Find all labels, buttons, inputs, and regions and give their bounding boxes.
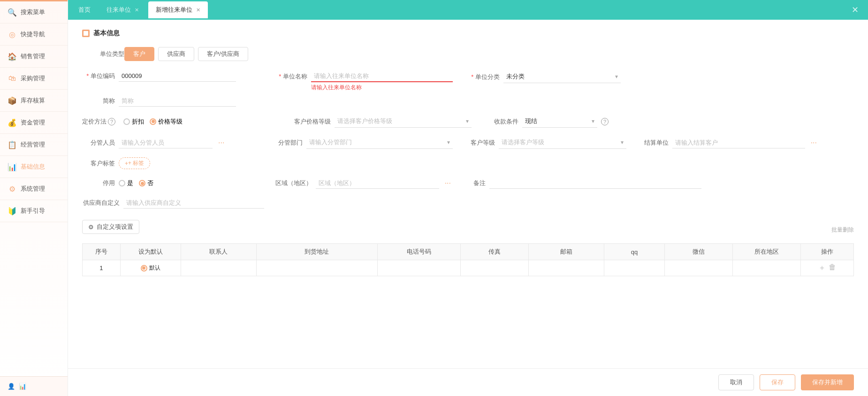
customer-tag-label: 客户标签 — [82, 159, 115, 168]
region-cell-input[interactable] — [738, 264, 796, 272]
phone-input[interactable] — [382, 264, 456, 272]
unit-type-group: 客户 供应商 客户/供应商 — [124, 47, 248, 61]
cell-qq[interactable] — [604, 260, 665, 276]
customer-level-select[interactable]: 请选择客户等级 ▾ — [499, 136, 626, 149]
cell-wechat[interactable] — [665, 260, 733, 276]
col-address: 到货地址 — [256, 244, 377, 260]
tab-partner-list[interactable]: 往来单位 ✕ — [99, 1, 146, 18]
close-icon[interactable]: ✕ — [196, 7, 200, 13]
sidebar-item-search[interactable]: 🔍 搜索菜单 — [0, 1, 68, 23]
radio-yes[interactable]: 是 — [119, 179, 133, 187]
address-input[interactable] — [261, 264, 373, 272]
cell-email[interactable] — [528, 260, 604, 276]
manager-input[interactable] — [119, 137, 213, 148]
fax-input[interactable] — [465, 264, 524, 272]
dept-label: 分管部门 — [274, 139, 303, 147]
chevron-down-icon: ▾ — [621, 139, 624, 146]
close-icon[interactable]: ✕ — [135, 7, 139, 13]
sidebar-item-sales[interactable]: 🏠 销售管理 — [0, 46, 68, 68]
sidebar-item-operations[interactable]: 📋 经营管理 — [0, 134, 68, 156]
col-qq: qq — [604, 244, 665, 260]
customer-price-select[interactable]: 请选择客户价格等级 ▾ — [335, 115, 472, 128]
manager-more-icon[interactable]: ··· — [216, 139, 226, 147]
cell-index: 1 — [83, 260, 121, 276]
chevron-down-icon: ▾ — [592, 118, 594, 124]
remark-input[interactable] — [489, 178, 701, 189]
customer-price-label: 客户价格等级 — [293, 117, 331, 126]
customize-btn[interactable]: ⚙ 自定义项设置 — [82, 220, 139, 234]
batch-delete-btn[interactable]: 批量删除 — [831, 226, 854, 234]
btn-both[interactable]: 客户/供应商 — [198, 47, 248, 61]
radio-circle — [123, 118, 130, 125]
settle-unit-more-icon[interactable]: ··· — [809, 139, 819, 147]
plus-icon: + — [125, 160, 128, 167]
payment-help-icon[interactable]: ? — [601, 118, 609, 125]
tab-label: 往来单位 — [107, 6, 131, 14]
col-index: 序号 — [83, 244, 121, 260]
default-radio[interactable]: 默认 — [125, 264, 176, 272]
short-name-label: 简称 — [82, 97, 115, 105]
delete-row-icon[interactable]: 🗑 — [829, 263, 836, 273]
unit-name-error: 请输入往来单位名称 — [311, 84, 453, 92]
unit-name-input[interactable] — [311, 70, 453, 81]
sidebar-item-newbie[interactable]: 🔰 新手引导 — [0, 200, 68, 222]
radio-circle — [119, 180, 125, 186]
sidebar-item-label: 经营管理 — [21, 140, 45, 149]
dept-select[interactable]: 请输入分管部门 ▾ — [306, 136, 453, 149]
radio-no[interactable]: 否 — [139, 179, 153, 187]
add-tag-button[interactable]: + + 标签 — [119, 157, 150, 169]
cell-address[interactable] — [256, 260, 377, 276]
user-icon: 👤 — [8, 383, 15, 390]
contact-input[interactable] — [186, 264, 251, 272]
payment-terms-select[interactable]: 现结 ▾ — [522, 115, 597, 128]
btn-supplier[interactable]: 供应商 — [158, 47, 194, 61]
btn-customer[interactable]: 客户 — [124, 47, 154, 61]
supplier-custom-label: 供应商自定义 — [82, 199, 120, 207]
save-new-button[interactable]: 保存并新增 — [801, 374, 854, 390]
radio-discount[interactable]: 折扣 — [123, 117, 144, 126]
cell-phone[interactable] — [377, 260, 460, 276]
supplier-custom-input[interactable] — [123, 197, 264, 209]
region-input[interactable] — [316, 178, 439, 189]
sidebar-item-basic[interactable]: 📊 基础信息 — [0, 156, 68, 178]
sidebar-item-label: 搜索菜单 — [21, 8, 45, 16]
cell-action: ＋ 🗑 — [801, 260, 854, 276]
sidebar-item-system[interactable]: ⚙ 系统管理 — [0, 178, 68, 200]
main-area: 首页 往来单位 ✕ 新增往来单位 ✕ ✕ 基本信息 单位类型 客户 供应商 客户… — [68, 0, 868, 396]
col-region: 所在地区 — [733, 244, 801, 260]
settle-unit-input[interactable] — [672, 137, 805, 148]
sidebar-item-quicknav[interactable]: ◎ 快捷导航 — [0, 23, 68, 46]
section-header: 基本信息 — [82, 29, 854, 38]
help-icon[interactable]: ? — [108, 118, 115, 125]
qq-input[interactable] — [609, 264, 660, 272]
cell-contact[interactable] — [181, 260, 256, 276]
radio-price-level[interactable]: 价格等级 — [150, 117, 183, 126]
email-input[interactable] — [533, 264, 599, 272]
cell-region[interactable] — [733, 260, 801, 276]
unit-category-value: 未分类 — [506, 72, 613, 81]
tab-new-partner[interactable]: 新增往来单位 ✕ — [148, 1, 208, 18]
tab-home[interactable]: 首页 — [72, 3, 97, 17]
unit-category-label: 单位分类 — [467, 73, 500, 81]
sidebar-bottom: 👤 📊 — [0, 376, 68, 396]
col-contact: 联系人 — [181, 244, 256, 260]
sidebar-item-finance[interactable]: 💰 资金管理 — [0, 112, 68, 134]
short-name-input[interactable] — [119, 95, 236, 107]
sales-icon: 🏠 — [8, 52, 17, 61]
sidebar-item-purchase[interactable]: 🛍 采购管理 — [0, 68, 68, 90]
gear-icon: ⚙ — [88, 224, 94, 231]
cancel-button[interactable]: 取消 — [718, 374, 754, 390]
tabbar-close-icon[interactable]: ✕ — [846, 5, 864, 15]
region-more-icon[interactable]: ··· — [443, 179, 453, 187]
cell-fax[interactable] — [460, 260, 528, 276]
purchase-icon: 🛍 — [8, 74, 17, 83]
wechat-input[interactable] — [670, 264, 728, 272]
add-row-icon[interactable]: ＋ — [818, 263, 826, 273]
unit-code-input[interactable] — [119, 70, 236, 82]
action-bar: 取消 保存 保存并新增 — [68, 368, 868, 396]
sidebar-item-inventory[interactable]: 📦 库存核算 — [0, 90, 68, 112]
unit-category-select[interactable]: 未分类 ▾ — [503, 70, 621, 83]
save-button[interactable]: 保存 — [760, 374, 795, 390]
manager-label: 分管人员 — [82, 139, 115, 147]
radio-circle-checked — [150, 118, 156, 125]
